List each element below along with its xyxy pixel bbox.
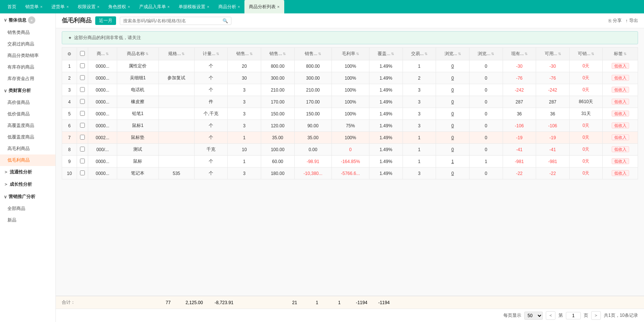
sort-icon-sale1[interactable]: ⇅: [250, 52, 253, 56]
row-name[interactable]: 电话机: [117, 84, 159, 96]
sidebar-item-category-rate[interactable]: 商品分类助销率: [0, 50, 55, 61]
row-name[interactable]: 橡皮擦: [117, 96, 159, 108]
sort-icon-tag[interactable]: ⇅: [624, 52, 627, 56]
nav-purchase-close[interactable]: ×: [66, 4, 68, 9]
row-name[interactable]: 鼠标垫: [117, 132, 159, 144]
sidebar-group-wealth[interactable]: ∨ 类财富分析: [0, 85, 55, 97]
nav-template-close[interactable]: ×: [207, 4, 209, 9]
settings-icon[interactable]: ⚙: [67, 51, 71, 57]
sort-icon-current[interactable]: ⇅: [525, 52, 528, 56]
sidebar-item-new-goods[interactable]: 新品: [0, 214, 55, 226]
sort-icon-code[interactable]: ⇅: [106, 52, 109, 56]
sidebar-item-stocked-goods[interactable]: 有库存的商品: [0, 61, 55, 73]
page-size-select[interactable]: 50 100 200: [524, 312, 543, 320]
sidebar-item-all-goods[interactable]: 全部商品: [0, 203, 55, 214]
sort-icon-spec[interactable]: ⇅: [182, 52, 185, 56]
sort-icon-name[interactable]: ⇅: [145, 52, 148, 56]
sort-icon-view1[interactable]: ⇅: [458, 52, 461, 56]
nav-sales[interactable]: 销货单 ×: [21, 0, 47, 13]
time-filter-button[interactable]: 近一月: [95, 16, 116, 25]
nav-roles[interactable]: 角色授权 ×: [104, 0, 134, 13]
nav-goods-analysis-list[interactable]: 商品分析列表 ×: [244, 0, 284, 13]
row-view1[interactable]: 0: [436, 120, 470, 132]
row-available: -981: [536, 156, 570, 168]
sidebar-group-marketing[interactable]: ∨ 营销推广分析: [0, 191, 55, 203]
row-view1[interactable]: 0: [436, 96, 470, 108]
nav-roles-close[interactable]: ×: [128, 4, 130, 9]
sort-icon-sale3[interactable]: ⇅: [318, 52, 321, 56]
sidebar-item-low-margin[interactable]: 低毛利商品: [0, 154, 55, 166]
sidebar-group-growth[interactable]: ＞ 成长性分析: [0, 178, 55, 191]
search-input[interactable]: [123, 18, 222, 23]
row-checkbox[interactable]: [77, 60, 88, 72]
next-page-button[interactable]: ＞: [591, 311, 601, 320]
sort-icon-trade[interactable]: ⇅: [424, 52, 427, 56]
sort-icon-margin[interactable]: ⇅: [356, 52, 359, 56]
sidebar-item-capital-usage[interactable]: 库存资金占用: [0, 73, 55, 85]
nav-goods-analysis-close[interactable]: ×: [238, 4, 240, 9]
sidebar-collapse-btn[interactable]: «: [28, 16, 35, 24]
row-checkbox[interactable]: [77, 144, 88, 156]
row-view1[interactable]: 0: [436, 144, 470, 156]
row-name[interactable]: 吴细细1: [117, 72, 159, 84]
nav-permissions[interactable]: 权限设置 ×: [73, 0, 104, 13]
row-name[interactable]: 属性定价: [117, 60, 159, 72]
sort-icon-coverage[interactable]: ⇅: [391, 52, 394, 56]
nav-product-warehouse[interactable]: 产成品入库单 ×: [135, 0, 174, 13]
sidebar-item-low-value[interactable]: 低价值商品: [0, 108, 55, 120]
prev-page-button[interactable]: ＜: [546, 311, 555, 320]
row-view1[interactable]: 1: [436, 156, 470, 168]
sort-icon-available[interactable]: ⇅: [558, 52, 561, 56]
settings-col-header[interactable]: ⚙: [62, 48, 77, 60]
row-name[interactable]: 鼠标1: [117, 120, 159, 132]
sort-icon-unit[interactable]: ⇅: [216, 52, 219, 56]
row-available: -30: [536, 60, 570, 72]
nav-template[interactable]: 单据模板设置 ×: [174, 0, 214, 13]
row-checkbox[interactable]: [77, 120, 88, 132]
sort-icon-sale2[interactable]: ⇅: [283, 52, 286, 56]
page-number-input[interactable]: [566, 312, 581, 319]
row-name[interactable]: 测试: [117, 144, 159, 156]
sidebar-item-sales-goods[interactable]: 销售类商品: [0, 27, 55, 38]
row-sellable: 0天: [569, 132, 603, 144]
row-checkbox[interactable]: [77, 84, 88, 96]
row-view1[interactable]: 0: [436, 108, 470, 120]
row-name[interactable]: 铅笔1: [117, 108, 159, 120]
select-all-checkbox[interactable]: [80, 51, 85, 56]
row-view1[interactable]: 0: [436, 168, 470, 179]
sidebar-item-high-coverage[interactable]: 高覆盖度商品: [0, 120, 55, 131]
nav-product-warehouse-close[interactable]: ×: [167, 4, 170, 9]
nav-goods-analysis[interactable]: 商品分析 ×: [214, 0, 244, 13]
row-checkbox[interactable]: [77, 108, 88, 120]
nav-home[interactable]: 首页: [3, 0, 21, 13]
row-spec: [158, 60, 194, 72]
row-view1[interactable]: 0: [436, 72, 470, 84]
sidebar-group-overall[interactable]: ∨ 整体信息 «: [0, 13, 55, 27]
nav-purchase[interactable]: 进货单 ×: [47, 0, 73, 13]
sidebar-group-flow[interactable]: ＞ 流通性分析: [0, 166, 55, 178]
row-view1[interactable]: 0: [436, 60, 470, 72]
row-view1[interactable]: 0: [436, 84, 470, 96]
nav-goods-analysis-list-close[interactable]: ×: [277, 4, 279, 9]
search-icon[interactable]: 🔍: [222, 18, 228, 23]
sidebar-item-high-value[interactable]: 高价值商品: [0, 97, 55, 108]
sort-icon-view2[interactable]: ⇅: [491, 52, 494, 56]
checkbox-col-header[interactable]: [77, 48, 88, 60]
sort-icon-sellable[interactable]: ⇅: [591, 52, 594, 56]
row-sale1: 1: [228, 156, 261, 168]
sidebar-item-traded-goods[interactable]: 交易过的商品: [0, 38, 55, 50]
sidebar-item-high-margin[interactable]: 高毛利商品: [0, 143, 55, 154]
nav-sales-close[interactable]: ×: [40, 4, 42, 9]
share-button[interactable]: ⎘ 分享: [609, 17, 622, 24]
row-view1[interactable]: 0: [436, 132, 470, 144]
row-checkbox[interactable]: [77, 156, 88, 168]
export-button[interactable]: ↑ 导出: [625, 17, 638, 24]
row-checkbox[interactable]: [77, 168, 88, 179]
row-name[interactable]: 笔记本: [117, 168, 159, 179]
nav-permissions-close[interactable]: ×: [97, 4, 99, 9]
row-checkbox[interactable]: [77, 132, 88, 144]
row-checkbox[interactable]: [77, 96, 88, 108]
sidebar-item-low-coverage[interactable]: 低覆盖度商品: [0, 131, 55, 143]
row-name[interactable]: 鼠标: [117, 156, 159, 168]
row-checkbox[interactable]: [77, 72, 88, 84]
